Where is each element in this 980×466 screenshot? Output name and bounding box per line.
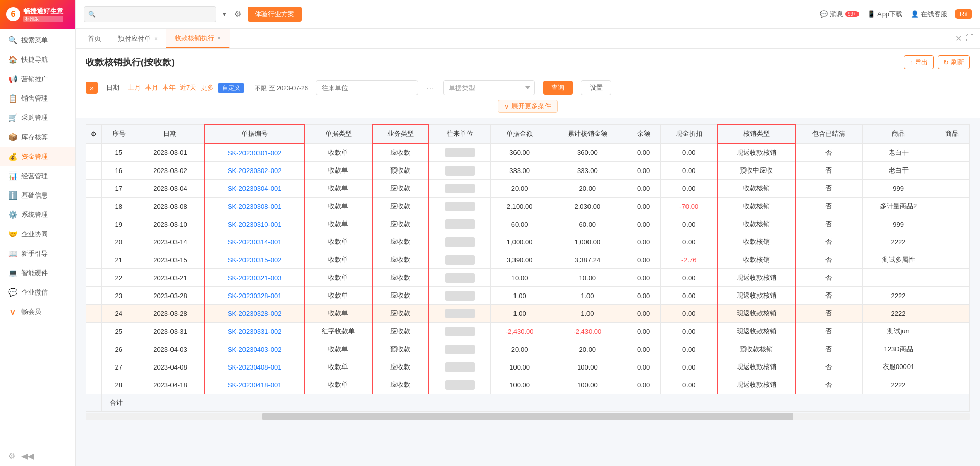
topbar-search[interactable]: 🔍 [84,6,216,22]
sidebar-item-search[interactable]: 🔍 搜索菜单 [0,31,75,50]
industry-solution-button[interactable]: 体验行业方案 [248,7,302,22]
cell-partner: ██ [429,198,491,215]
doc-no-link[interactable]: SK-20230301-002 [228,149,282,157]
cell-biz-type: 预收款 [372,162,429,180]
doc-no-link[interactable]: SK-20230408-001 [228,363,282,371]
tab-prepay-close-icon[interactable]: × [154,35,158,42]
sidebar-item-operation[interactable]: 📊 经营管理 [0,166,75,186]
user-avatar[interactable]: Rit [955,9,972,19]
cell-amount: 1.00 [491,305,549,323]
sidebar-item-purchase[interactable]: 🛒 采购管理 [0,108,75,128]
wechat-icon: 💬 [8,288,17,297]
expand-more-conditions-button[interactable]: ∨ 展开更多条件 [498,100,558,113]
cell-no: 25 [102,323,136,340]
sidebar-item-hardware[interactable]: 💻 智能硬件 [0,263,75,283]
doc-no-link[interactable]: SK-20230328-002 [228,310,282,317]
doc-no-link[interactable]: SK-20230321-003 [228,274,282,282]
table-row[interactable]: 25 2023-03-31 SK-20230331-002 红字收款单 应收款 … [86,323,970,340]
refresh-button[interactable]: ↻ 刷新 [938,55,970,69]
table-row[interactable]: 23 2023-03-28 SK-20230328-001 收款单 应收款 ██… [86,287,970,305]
tab-home[interactable]: 首页 [80,29,110,48]
table-row[interactable]: 17 2023-03-04 SK-20230304-001 收款单 应收款 ██… [86,180,970,198]
cell-cumulative: 10.00 [549,269,626,287]
system-icon: ⚙️ [8,210,17,219]
tab-receipt-exec-close-icon[interactable]: × [217,35,221,42]
table-row[interactable]: 19 2023-03-10 SK-20230310-001 收款单 应收款 ██… [86,215,970,233]
doc-no-link[interactable]: SK-20230328-001 [228,292,282,300]
sidebar-item-shortcut[interactable]: 🏠 快捷导航 [0,50,75,69]
table-row[interactable]: 24 2023-03-28 SK-20230328-002 收款单 应收款 ██… [86,305,970,323]
doc-no-link[interactable]: SK-20230315-002 [228,256,282,264]
sidebar-item-wechat[interactable]: 💬 企业微信 [0,283,75,302]
doc-no-link[interactable]: SK-20230331-002 [228,328,282,335]
tab-receipt-exec[interactable]: 收款核销执行 × [166,29,230,48]
sidebar-item-inventory[interactable]: 📦 库存核算 [0,128,75,147]
date-this-year[interactable]: 本年 [162,83,176,93]
total-settings-cell [86,394,102,412]
doc-no-link[interactable]: SK-20230418-001 [228,381,282,389]
cell-biz-type: 应收款 [372,251,429,269]
date-custom-button[interactable]: 自定义 [218,83,244,93]
cell-date: 2023-03-10 [136,215,205,233]
table-scrollbar[interactable] [86,413,970,420]
date-this-month[interactable]: 本月 [145,83,158,93]
doc-no-link[interactable]: SK-20230304-001 [228,185,282,192]
table-row[interactable]: 16 2023-03-02 SK-20230302-002 收款单 预收款 ██… [86,162,970,180]
table-row[interactable]: 22 2023-03-21 SK-20230321-003 收款单 应收款 ██… [86,269,970,287]
filter-toggle-button[interactable]: » [86,82,98,94]
doc-no-link[interactable]: SK-20230302-002 [228,167,282,175]
settings-footer-icon[interactable]: ⚙ [8,451,15,461]
query-button[interactable]: 查询 [543,81,573,95]
cell-goods2 [935,305,969,323]
sidebar-item-member[interactable]: V 畅会员 [0,302,75,322]
doc-no-link[interactable]: SK-20230403-002 [228,346,282,353]
export-button[interactable]: ↑ 导出 [904,55,934,69]
table-row[interactable]: 18 2023-03-08 SK-20230308-001 收款单 应收款 ██… [86,198,970,215]
cell-goods: 2222 [862,233,935,251]
gear-icon[interactable]: ⚙ [234,9,241,19]
cell-settings [86,287,102,305]
collapse-icon[interactable]: ◀◀ [21,451,34,461]
table-row[interactable]: 27 2023-04-08 SK-20230408-001 收款单 应收款 ██… [86,358,970,376]
sales-icon: 📋 [8,94,17,103]
filter-settings-button[interactable]: 设置 [581,80,611,95]
tab-prepay[interactable]: 预付应付单 × [110,29,166,48]
table-row[interactable]: 28 2023-04-18 SK-20230418-001 收款单 应收款 ██… [86,376,970,394]
cell-goods [862,269,935,287]
date-more[interactable]: 更多 [201,83,214,93]
cell-doc-no: SK-20230314-001 [204,233,304,251]
sidebar-item-marketing[interactable]: 📢 营销推广 [0,69,75,89]
topbar-dropdown[interactable]: ▾ [223,10,226,18]
cell-biz-type: 应收款 [372,180,429,198]
col-cash-discount: 现金折扣 [661,124,718,143]
sidebar-item-guide[interactable]: 📖 新手引导 [0,244,75,263]
sidebar-item-finance[interactable]: 💰 资金管理 [0,147,75,166]
doc-no-link[interactable]: SK-20230314-001 [228,238,282,246]
col-settings[interactable]: ⚙ [86,124,102,143]
date-prev-month[interactable]: 上月 [128,83,141,93]
sidebar-item-basic[interactable]: ℹ️ 基础信息 [0,186,75,205]
doc-no-link[interactable]: SK-20230310-001 [228,220,282,228]
cell-settings [86,305,102,323]
maximize-window-icon[interactable]: ⛶ [966,34,974,43]
sidebar-item-system[interactable]: ⚙️ 系统管理 [0,205,75,225]
table-row[interactable]: 20 2023-03-14 SK-20230314-001 收款单 应收款 ██… [86,233,970,251]
cell-balance: 0.00 [626,305,660,323]
doc-type-select[interactable]: 单据类型 [443,80,535,95]
search-menu-icon: 🔍 [8,36,17,45]
table-row[interactable]: 15 2023-03-01 SK-20230301-002 收款单 应收款 ██… [86,143,970,162]
cell-settings [86,162,102,180]
table-row[interactable]: 26 2023-04-03 SK-20230403-002 收款单 预收款 ██… [86,340,970,358]
doc-no-link[interactable]: SK-20230308-001 [228,203,282,210]
table-row[interactable]: 21 2023-03-15 SK-20230315-002 收款单 应收款 ██… [86,251,970,269]
sidebar-item-sales[interactable]: 📋 销售管理 [0,89,75,108]
app-download-button[interactable]: 📱 App下载 [867,10,902,19]
messages-button[interactable]: 💬 消息 99+ [820,10,859,19]
partner-input[interactable] [316,80,418,95]
cell-doc-no: SK-20230418-001 [204,376,304,394]
sidebar-item-collab[interactable]: 🤝 企业协同 [0,225,75,244]
close-window-icon[interactable]: ✕ [955,34,962,43]
date-7days[interactable]: 近7天 [180,83,197,93]
online-service-button[interactable]: 👤 在线客服 [911,10,947,19]
cell-cash-discount: -2.76 [661,251,718,269]
